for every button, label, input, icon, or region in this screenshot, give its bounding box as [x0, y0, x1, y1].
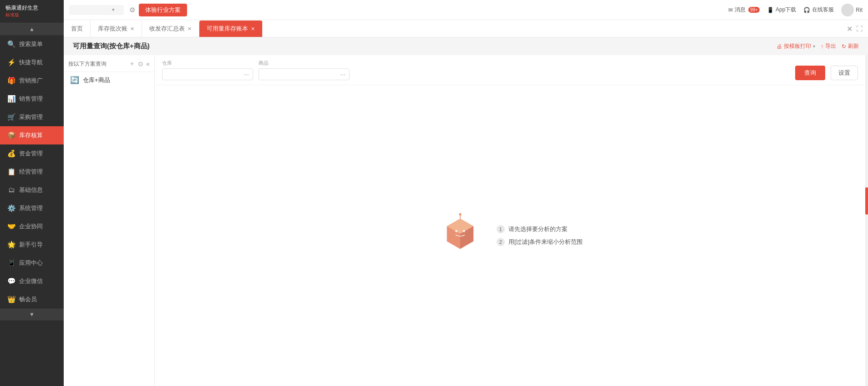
brand-name: 畅康通好生意 [5, 5, 38, 12]
warehouse-input[interactable] [166, 71, 242, 77]
sidebar-item-label: 资金管理 [19, 149, 43, 158]
close-icon[interactable]: ✕ [130, 26, 134, 32]
chevron-down-icon[interactable]: ▾ [112, 7, 115, 13]
sidebar-item-sales[interactable]: 📊 销售管理 [0, 90, 64, 108]
user-name: Rit [856, 7, 863, 13]
topbar-search-input[interactable] [74, 7, 110, 13]
warehouse-more-icon[interactable]: ··· [244, 71, 249, 78]
download-icon: 📱 [767, 7, 774, 13]
avatar [841, 4, 854, 16]
sidebar-item-enterprise[interactable]: 🤝 企业协同 [0, 217, 64, 236]
tab-inout-label: 收发存汇总表 [149, 25, 185, 33]
topbar-right: ✉ 消息 99+ 📱 App下载 🎧 在线客服 Rit [728, 4, 863, 16]
sidebar-item-guide[interactable]: 🌟 新手引导 [0, 236, 64, 254]
scheme-warehouse-product[interactable]: 🔄 仓库+商品 [64, 72, 154, 88]
sidebar-item-search[interactable]: 🔍 搜索菜单 [0, 35, 64, 53]
product-input-wrap: ··· [259, 68, 350, 80]
box-icon: 📦 [7, 131, 15, 139]
hint-item-1: 1 请先选择要分析的方案 [497, 225, 583, 233]
sidebar-item-inventory[interactable]: 📦 库存核算 [0, 126, 64, 144]
money-icon: 💰 [7, 149, 15, 158]
sidebar-item-shortcut[interactable]: ⚡ 快捷导航 [0, 53, 64, 72]
scroll-down-btn[interactable]: ▼ [0, 309, 64, 320]
product-input[interactable] [263, 71, 338, 77]
right-panel: 仓库 ··· 商品 ··· 查询 设置 [155, 55, 865, 386]
mobile-icon: 📱 [7, 259, 15, 267]
chart-icon: 📊 [7, 95, 15, 103]
left-panel-title: 按以下方案查询 [68, 60, 107, 68]
sidebar-item-basic[interactable]: 🗂 基础信息 [0, 181, 64, 199]
message-group[interactable]: ✉ 消息 99+ [728, 6, 760, 14]
settings-icon[interactable]: ⚙ [129, 6, 135, 14]
app-download-label: App下载 [776, 6, 796, 14]
user-avatar-group[interactable]: Rit [841, 4, 863, 16]
message-badge: 99+ [748, 7, 760, 13]
sidebar-item-members[interactable]: 👑 畅会员 [0, 290, 64, 309]
tab-inout-summary[interactable]: 收发存汇总表 ✕ [142, 21, 199, 37]
collapse-panel-button[interactable]: « [146, 60, 150, 68]
sidebar-item-operation[interactable]: 📋 经营管理 [0, 163, 64, 181]
topbar-search-area[interactable]: ▾ [69, 5, 124, 15]
tab-batch-account[interactable]: 库存批次账 ✕ [91, 21, 142, 37]
service-label: 在线客服 [812, 6, 834, 14]
tabs-close-button[interactable]: ✕ [847, 25, 853, 33]
tab-home[interactable]: 首页 [64, 21, 91, 37]
export-button[interactable]: ↑ 导出 [821, 42, 836, 50]
right-scrollbar[interactable] [865, 55, 868, 386]
settings-button[interactable]: 设置 [831, 66, 858, 80]
export-label: 导出 [825, 42, 836, 50]
gift-icon: 🎁 [7, 77, 15, 85]
warehouse-filter-field: 仓库 ··· [162, 60, 253, 80]
sidebar-item-label: 基础信息 [19, 186, 43, 194]
sidebar-item-label: 经营管理 [19, 168, 43, 176]
tabs-right-actions: ✕ ⛶ [841, 20, 868, 37]
left-panel: 按以下方案查询 ＋ ⊙ « 🔄 仓库+商品 [64, 55, 155, 386]
empty-state: 1 请先选择要分析的方案 2 用[过滤]条件来缩小分析范围 [155, 85, 865, 386]
cart-icon: 🛒 [7, 113, 15, 121]
sidebar-item-system[interactable]: ⚙️ 系统管理 [0, 199, 64, 217]
scrollbar-thumb [865, 187, 868, 215]
scroll-up-btn[interactable]: ▲ [0, 23, 64, 35]
search-icon: 🔍 [7, 40, 15, 48]
online-service-group[interactable]: 🎧 在线客服 [803, 6, 834, 14]
app-download-group[interactable]: 📱 App下载 [767, 6, 796, 14]
sidebar-item-label: 快捷导航 [19, 58, 43, 67]
sidebar-item-app[interactable]: 📱 应用中心 [0, 254, 64, 272]
tab-available-label: 可用量库存账本 [207, 25, 248, 33]
warehouse-label: 仓库 [162, 60, 253, 67]
svg-point-7 [459, 213, 461, 216]
query-button[interactable]: 查询 [795, 66, 825, 80]
product-label: 商品 [259, 60, 350, 67]
content-area: 按以下方案查询 ＋ ⊙ « 🔄 仓库+商品 仓库 ··· [64, 55, 868, 386]
refresh-button[interactable]: ↻ 刷新 [842, 42, 859, 50]
trial-button[interactable]: 体验行业方案 [139, 4, 187, 16]
sidebar-item-marketing[interactable]: 🎁 营销推广 [0, 72, 64, 90]
sidebar-item-wechat[interactable]: 💬 企业微信 [0, 272, 64, 290]
sidebar-item-purchase[interactable]: 🛒 采购管理 [0, 108, 64, 126]
gear-icon: ⚙️ [7, 204, 15, 212]
config-scheme-button[interactable]: ⊙ [138, 60, 143, 68]
tabs-expand-icon[interactable]: ⛶ [856, 25, 863, 32]
lightning-icon: ⚡ [7, 58, 15, 67]
sidebar-item-label: 营销推广 [19, 77, 43, 85]
sidebar: 畅康通好生意 标准版 ▲ 🔍 搜索菜单 ⚡ 快捷导航 🎁 营销推广 📊 销售管理… [0, 0, 64, 386]
add-scheme-button[interactable]: ＋ [129, 60, 135, 68]
handshake-icon: 🤝 [7, 222, 15, 231]
sidebar-nav: ▲ 🔍 搜索菜单 ⚡ 快捷导航 🎁 营销推广 📊 销售管理 🛒 采购管理 📦 库… [0, 23, 64, 386]
product-more-icon[interactable]: ··· [340, 71, 345, 78]
sidebar-item-label: 搜索菜单 [19, 40, 43, 48]
close-icon[interactable]: ✕ [251, 26, 255, 32]
hint-text-2: 用[过滤]条件来缩小分析范围 [508, 238, 583, 246]
hint-text-1: 请先选择要分析的方案 [508, 225, 568, 233]
topbar: ▾ ⚙ 体验行业方案 ✉ 消息 99+ 📱 App下载 🎧 在线客服 Rit [64, 0, 868, 20]
chevron-down-icon: ▾ [813, 44, 815, 49]
sidebar-item-label: 企业微信 [19, 277, 43, 285]
sidebar-item-label: 应用中心 [19, 259, 43, 267]
svg-point-4 [455, 230, 457, 232]
left-panel-icons: ＋ ⊙ « [129, 60, 150, 68]
print-button[interactable]: 🖨 按模板打印 ▾ [777, 42, 815, 50]
tab-available-stock[interactable]: 可用量库存账本 ✕ [199, 21, 263, 37]
close-icon[interactable]: ✕ [188, 26, 192, 32]
sidebar-item-finance[interactable]: 💰 资金管理 [0, 144, 64, 163]
brand-logo: 畅康通好生意 标准版 [5, 5, 38, 18]
